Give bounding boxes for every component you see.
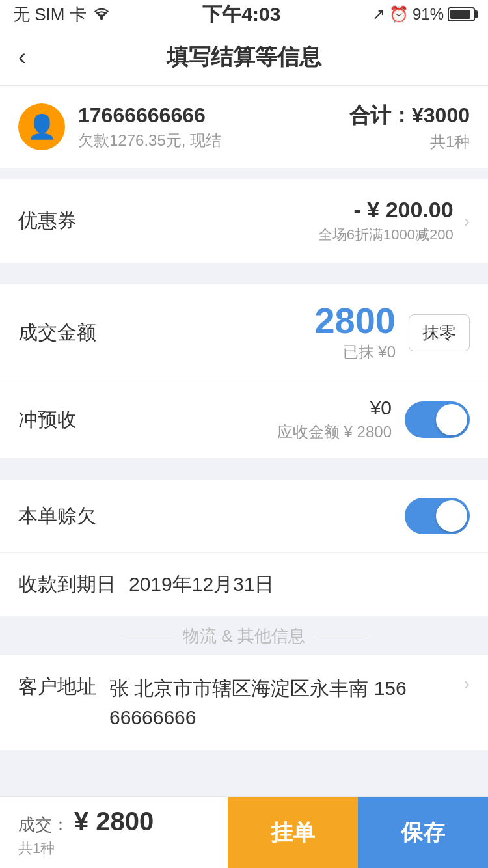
bottom-deal-amount: ¥ 2800 [74,807,154,836]
nav-title: 填写结算等信息 [167,42,321,72]
prepay-receivable: 应收金额 ¥ 2800 [277,422,392,442]
status-right: ↗ ⏰ 91% [372,5,475,23]
address-value: 张 北京市市辖区海淀区永丰南 156 66666666 [109,673,451,732]
prepay-toggle[interactable] [405,401,470,438]
customer-phone: 17666666666 [78,103,221,128]
coupon-value: - ¥ 200.00 [318,197,454,223]
bottom-bar: 成交： ¥ 2800 共1种 挂单 保存 [0,796,488,868]
coupon-desc: 全场6折满1000减200 [318,225,454,245]
amount-erased: 已抹 ¥0 [314,342,396,362]
amount-label: 成交金额 [18,319,96,346]
prepay-row: 冲预收 ¥0 应收金额 ¥ 2800 [0,381,488,459]
svg-point-0 [100,17,103,20]
prepay-label: 冲预收 [18,407,77,433]
wifi-icon [92,5,111,25]
debt-toggle[interactable] [405,498,470,534]
status-left: 无 SIM 卡 [13,3,111,26]
debt-label: 本单赊欠 [18,503,96,530]
amount-value: 2800 [314,303,396,339]
customer-debt: 欠款1276.35元, 现结 [78,130,221,151]
erase-button[interactable]: 抹零 [409,314,470,351]
avatar: 👤 [18,103,65,150]
save-button[interactable]: 保存 [358,797,488,868]
due-date-row: 收款到期日 2019年12月31日 [0,552,488,616]
chevron-right-icon: › [464,211,470,232]
logistics-title: 物流 & 其他信息 [120,625,368,647]
customer-card: 👤 17666666666 欠款1276.35元, 现结 合计：¥3000 共1… [0,86,488,169]
section-divider-2 [0,459,488,469]
logistics-divider: 物流 & 其他信息 [0,616,488,655]
carrier-label: 无 SIM 卡 [13,3,87,26]
total-amount: 合计：¥3000 [349,102,470,130]
content: 👤 17666666666 欠款1276.35元, 现结 合计：¥3000 共1… [0,86,488,828]
status-bar: 无 SIM 卡 下午4:03 ↗ ⏰ 91% [0,0,488,29]
bottom-deal-label: 成交： [18,813,69,836]
bottom-count: 共1种 [18,839,210,858]
address-label: 客户地址 [18,673,96,700]
due-date-value: 2019年12月31日 [129,571,274,598]
due-date-label: 收款到期日 [18,571,116,598]
bottom-summary: 成交： ¥ 2800 共1种 [0,797,228,868]
debt-toggle-knob [436,500,467,532]
avatar-icon: 👤 [27,113,57,141]
debt-section: 本单赊欠 收款到期日 2019年12月31日 [0,480,488,616]
hang-button[interactable]: 挂单 [228,797,358,868]
coupon-row[interactable]: 优惠券 - ¥ 200.00 全场6折满1000减200 › [0,179,488,264]
debt-row: 本单赊欠 [0,480,488,552]
back-button[interactable]: ‹ [18,44,26,71]
battery-icon [448,7,475,21]
status-time: 下午4:03 [202,1,280,28]
coupon-label: 优惠券 [18,208,77,234]
section-divider-1 [0,264,488,274]
address-section: 客户地址 张 北京市市辖区海淀区永丰南 156 66666666 › [0,655,488,750]
amount-row: 成交金额 2800 已抹 ¥0 抹零 [0,284,488,381]
battery-percent: 91% [413,5,444,23]
address-row[interactable]: 客户地址 张 北京市市辖区海淀区永丰南 156 66666666 › [0,655,488,750]
amount-section: 成交金额 2800 已抹 ¥0 抹零 冲预收 ¥0 应收金额 ¥ 2800 [0,284,488,459]
alarm-icon: ⏰ [389,5,409,23]
address-chevron-icon: › [464,673,470,694]
prepay-amount: ¥0 [277,397,392,419]
total-count: 共1种 [349,131,470,152]
toggle-knob [436,404,467,435]
nav-bar: ‹ 填写结算等信息 [0,29,488,86]
location-icon: ↗ [372,5,385,23]
